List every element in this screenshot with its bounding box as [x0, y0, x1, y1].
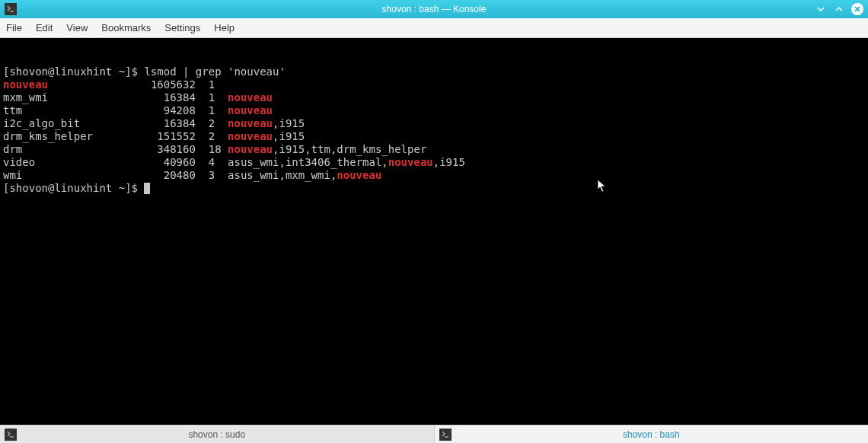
menu-edit[interactable]: Edit — [36, 22, 53, 33]
window-buttons — [815, 3, 863, 15]
menu-view[interactable]: View — [66, 22, 88, 33]
titlebar: shovon : bash — Konsole — [0, 0, 868, 18]
menubar: File Edit View Bookmarks Settings Help — [0, 18, 868, 38]
menu-settings[interactable]: Settings — [164, 22, 200, 33]
tab-label: shovon : bash — [623, 429, 680, 440]
window-title: shovon : bash — Konsole — [382, 4, 487, 14]
tab-0[interactable]: shovon : sudo — [0, 425, 435, 443]
terminal-icon — [5, 429, 17, 441]
prompt-line: [shovon@linuxhint ~]$ lsmod | grep 'nouv… — [3, 65, 865, 78]
tab-label: shovon : sudo — [188, 429, 245, 440]
lsmod-row: video 40960 4 asus_wmi,int3406_thermal,n… — [3, 156, 865, 169]
lsmod-row: ttm 94208 1 nouveau — [3, 104, 865, 117]
lsmod-row: nouveau 1605632 1 — [3, 78, 865, 91]
text-cursor — [144, 183, 150, 194]
close-button[interactable] — [851, 3, 863, 15]
terminal-icon — [439, 429, 452, 441]
terminal-output[interactable]: [shovon@linuxhint ~]$ lsmod | grep 'nouv… — [0, 38, 868, 425]
prompt-line: [shovon@linuxhint ~]$ — [3, 182, 865, 195]
minimize-button[interactable] — [815, 3, 827, 15]
lsmod-row: drm 348160 18 nouveau,i915,ttm,drm_kms_h… — [3, 143, 865, 156]
lsmod-row: mxm_wmi 16384 1 nouveau — [3, 91, 865, 104]
menu-bookmarks[interactable]: Bookmarks — [101, 22, 151, 33]
lsmod-row: wmi 20480 3 asus_wmi,mxm_wmi,nouveau — [3, 169, 865, 182]
menu-file[interactable]: File — [6, 22, 22, 33]
menu-help[interactable]: Help — [214, 22, 235, 33]
tabbar: shovon : sudoshovon : bash — [0, 425, 868, 443]
tab-1[interactable]: shovon : bash — [435, 425, 869, 443]
maximize-button[interactable] — [833, 3, 845, 15]
lsmod-row: drm_kms_helper 151552 2 nouveau,i915 — [3, 130, 865, 143]
lsmod-row: i2c_algo_bit 16384 2 nouveau,i915 — [3, 117, 865, 130]
app-icon — [5, 3, 17, 15]
